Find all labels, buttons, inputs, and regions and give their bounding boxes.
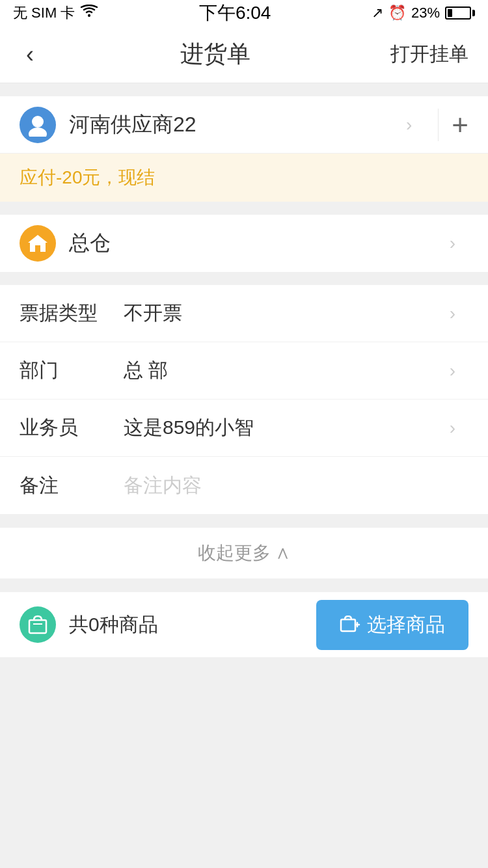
wifi-icon (80, 5, 98, 21)
no-sim-text: 无 SIM 卡 (13, 3, 75, 23)
supplier-divider (438, 109, 439, 141)
person-icon (26, 113, 49, 137)
department-chevron-icon: › (450, 360, 455, 381)
battery-icon (445, 7, 475, 20)
supplier-name: 河南供应商22 (69, 111, 406, 139)
alarm-icon: ⏰ (388, 5, 406, 21)
status-left: 无 SIM 卡 (13, 3, 98, 23)
form-section: 票据类型 不开票 › 部门 总 部 › 业务员 这是859的小智 › 备注 备注… (0, 285, 488, 514)
svg-point-2 (29, 128, 47, 137)
svg-rect-6 (29, 620, 46, 633)
salesperson-row[interactable]: 业务员 这是859的小智 › (0, 400, 488, 457)
supplier-chevron-icon: › (406, 115, 412, 135)
notes-label: 备注 (20, 472, 111, 499)
open-pending-button[interactable]: 打开挂单 (390, 41, 468, 68)
section-divider-1 (0, 83, 488, 96)
department-label: 部门 (20, 357, 111, 384)
add-supplier-button[interactable]: + (452, 111, 468, 139)
shopping-bag-icon (27, 614, 49, 636)
department-value: 总 部 (124, 357, 450, 384)
status-right: ↗ ⏰ 23% (372, 5, 475, 21)
notes-row[interactable]: 备注 备注内容 (0, 457, 488, 514)
location-icon: ↗ (372, 5, 383, 21)
notice-text: 应付-20元，现结 (20, 167, 155, 187)
warehouse-section[interactable]: 总仓 › (0, 215, 488, 272)
svg-point-1 (32, 116, 44, 128)
collapse-label[interactable]: 收起更多 ∧ (198, 541, 291, 565)
status-time: 下午6:04 (199, 1, 271, 25)
collapse-section[interactable]: 收起更多 ∧ (0, 527, 488, 579)
select-product-button[interactable]: 选择商品 (316, 600, 468, 650)
nav-bar: ‹ 进货单 打开挂单 (0, 26, 488, 83)
notes-placeholder: 备注内容 (124, 472, 468, 499)
supplier-avatar (20, 107, 56, 143)
warehouse-icon (20, 225, 56, 262)
status-bar: 无 SIM 卡 下午6:04 ↗ ⏰ 23% (0, 0, 488, 26)
warehouse-chevron-icon: › (450, 233, 455, 254)
house-icon (27, 234, 49, 253)
svg-rect-5 (35, 245, 40, 252)
product-count-text: 共0种商品 (69, 612, 316, 638)
department-row[interactable]: 部门 总 部 › (0, 342, 488, 400)
invoice-type-row[interactable]: 票据类型 不开票 › (0, 285, 488, 342)
select-product-icon (340, 616, 360, 634)
bottom-bar: 共0种商品 选择商品 (0, 592, 488, 657)
invoice-type-value: 不开票 (124, 300, 450, 327)
salesperson-label: 业务员 (20, 414, 111, 441)
battery-percent: 23% (411, 5, 440, 21)
invoice-type-chevron-icon: › (450, 303, 455, 324)
invoice-type-label: 票据类型 (20, 300, 111, 327)
warehouse-name: 总仓 (69, 229, 450, 258)
supplier-section[interactable]: 河南供应商22 › + (0, 96, 488, 154)
notice-bar: 应付-20元，现结 (0, 154, 488, 202)
page-title: 进货单 (180, 38, 251, 70)
svg-point-0 (88, 14, 90, 17)
product-icon (20, 606, 56, 643)
select-product-label: 选择商品 (367, 612, 445, 638)
salesperson-chevron-icon: › (450, 418, 455, 439)
salesperson-value: 这是859的小智 (124, 414, 450, 441)
svg-marker-3 (28, 235, 47, 243)
svg-rect-8 (341, 619, 355, 631)
back-button[interactable]: ‹ (20, 34, 40, 75)
